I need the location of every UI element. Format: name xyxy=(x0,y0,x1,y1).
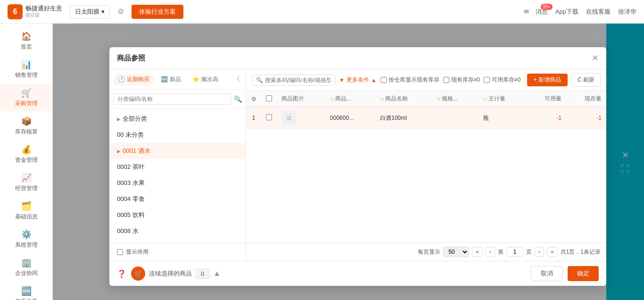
purchase-icon: 🛒 xyxy=(21,88,32,98)
first-page-button[interactable]: « xyxy=(472,247,483,257)
sidebar-item-purchase[interactable]: 🛒 采购管理 xyxy=(0,84,52,111)
prev-page-button[interactable]: ‹ xyxy=(486,247,495,257)
category-search-input[interactable] xyxy=(113,93,231,105)
operation-icon: 📈 xyxy=(21,173,32,183)
cat-item-0005[interactable]: 0005 饮料 xyxy=(109,207,246,223)
sort-icon: ↑↓ xyxy=(330,97,334,101)
sidebar-label-basic: 基础信息 xyxy=(15,213,38,221)
toolbar: 🔍 ▼ 更多条件 ▲ 按仓库显示现有库存 xyxy=(246,69,606,91)
online-service-link[interactable]: 在线客服 xyxy=(586,8,611,16)
app-download-link[interactable]: App下载 xyxy=(555,8,578,16)
cat-item-00[interactable]: 00 未分类 xyxy=(109,127,246,143)
th-settings[interactable]: ⚙ xyxy=(246,91,261,107)
cat-item-0010[interactable]: 0010 家电 xyxy=(109,239,246,243)
confirm-button[interactable]: 确定 xyxy=(568,266,599,281)
row-name: 白酒100ml xyxy=(375,107,432,129)
available-checkbox[interactable] xyxy=(484,77,490,83)
sidebar-label-purchase: 采购管理 xyxy=(15,100,38,108)
category-search-icon[interactable]: 🔍 xyxy=(234,95,242,103)
cat-item-0003[interactable]: 0003 水果 xyxy=(109,175,246,191)
sidebar: 🏠 首页 📊 销售管理 🛒 采购管理 📦 库存核算 💰 资金管理 📈 经营管理 … xyxy=(0,24,53,300)
page-size-select[interactable]: 50 20 100 xyxy=(443,247,469,257)
collapse-panel-button[interactable]: 《 xyxy=(231,73,242,85)
arrow-icon: ▶ xyxy=(117,117,121,122)
available-filter[interactable]: 可用库存≠0 xyxy=(484,76,520,84)
th-image: 商品图片 xyxy=(277,91,325,107)
trial-button[interactable]: 体验行业方案 xyxy=(132,5,183,19)
page-content: 查询 设置 ✕ ⛶ 商品参照 ✕ 🕐 xyxy=(53,24,644,300)
show-disabled-checkbox[interactable] xyxy=(117,249,123,255)
tab-recent[interactable]: 🕐 近期购买 xyxy=(113,74,154,85)
search-icon: 🔍 xyxy=(256,77,263,83)
last-page-button[interactable]: » xyxy=(547,247,558,257)
sidebar-item-sales[interactable]: 📊 销售管理 xyxy=(0,56,52,83)
th-checkbox[interactable] xyxy=(261,91,277,107)
cat-item-0001[interactable]: ▶ 0001 酒水 xyxy=(109,143,246,159)
cat-item-0002[interactable]: 0002 茶叶 xyxy=(109,159,246,175)
product-reference-dialog: 商品参照 ✕ 🕐 近期购买 🆕 新品 xyxy=(109,47,606,286)
page-prefix: 第 xyxy=(498,248,504,256)
show-disabled-label: 显示停用 xyxy=(126,248,149,256)
th-code[interactable]: ↑↓ 商品... xyxy=(325,91,375,107)
sidebar-item-operation[interactable]: 📈 经营管理 xyxy=(0,169,52,196)
dialog-title: 商品参照 xyxy=(117,54,145,63)
cart-collapse-button[interactable]: ▲ xyxy=(213,269,221,278)
table-row[interactable]: 1 🖼 000600... 白酒100ml xyxy=(246,107,606,129)
sidebar-item-inventory[interactable]: 📦 库存核算 xyxy=(0,112,52,140)
cat-item-all[interactable]: ▶ 全部分类 xyxy=(109,111,246,127)
page-number-input[interactable] xyxy=(506,247,523,257)
search-input[interactable] xyxy=(265,77,331,83)
th-stock: 现存量 xyxy=(566,91,606,107)
dialog-close-button[interactable]: ✕ xyxy=(592,53,599,63)
inventory-icon: 📦 xyxy=(21,116,32,126)
guide-icon: 🆕 xyxy=(21,286,32,296)
sidebar-item-guide[interactable]: 🆕 新手引导 xyxy=(0,282,52,300)
chevron-up-icon: ▲ xyxy=(371,77,377,83)
category-search: 🔍 xyxy=(109,90,246,109)
sidebar-item-home[interactable]: 🏠 首页 xyxy=(0,27,52,55)
refresh-button[interactable]: C 刷新 xyxy=(571,73,601,87)
existing-checkbox[interactable] xyxy=(443,77,449,83)
logo-name: 畅捷通好生意 xyxy=(25,5,62,12)
existing-filter[interactable]: 现有库存≠0 xyxy=(443,76,480,84)
continuous-select-label: 连续选择的商品 xyxy=(149,269,192,278)
cat-item-0008[interactable]: 0008 水 xyxy=(109,223,246,239)
tab-frequent[interactable]: ⭐ 频次高 xyxy=(188,74,223,85)
th-name[interactable]: ↑↓ 商品名称 xyxy=(375,91,432,107)
messages-area[interactable]: ✉ 99+ 消息 xyxy=(524,8,548,16)
next-page-button[interactable]: › xyxy=(535,247,544,257)
cart-icon[interactable]: 🛒 xyxy=(131,267,145,281)
page-size-label: 每页显示 xyxy=(418,248,440,256)
enterprise-icon: 🏢 xyxy=(21,258,32,268)
product-thumbnail: 🖼 xyxy=(281,110,297,125)
tab-new[interactable]: 🆕 新品 xyxy=(156,74,186,85)
main-layout: 🏠 首页 📊 销售管理 🛒 采购管理 📦 库存核算 💰 资金管理 📈 经营管理 … xyxy=(0,24,644,300)
help-icon[interactable]: ❓ xyxy=(117,269,126,278)
select-all-checkbox[interactable] xyxy=(266,95,272,101)
arrow-right-icon: ▶ xyxy=(117,149,121,154)
sidebar-label-guide: 新手引导 xyxy=(15,298,38,300)
sidebar-label-operation: 经营管理 xyxy=(15,184,38,192)
row-checkbox[interactable] xyxy=(261,107,277,129)
product-table-wrap: ⚙ 商品图片 ↑↓ xyxy=(246,91,606,242)
cancel-button[interactable]: 取消 xyxy=(531,266,563,281)
sidebar-item-system[interactable]: ⚙️ 系统管理 xyxy=(0,225,52,253)
warehouse-checkbox[interactable] xyxy=(380,77,387,83)
row-code: 000600... xyxy=(325,107,375,129)
gear-icon[interactable]: ⚙ xyxy=(117,7,124,16)
cat-item-0004[interactable]: 0004 零食 xyxy=(109,191,246,207)
sidebar-item-enterprise[interactable]: 🏢 企业协同 xyxy=(0,254,52,281)
sidebar-item-finance[interactable]: 💰 资金管理 xyxy=(0,141,52,168)
sidebar-item-basic[interactable]: 🗂️ 基础信息 xyxy=(0,197,52,225)
nav-selector[interactable]: 日太阳膜 ▾ xyxy=(70,5,110,18)
finance-icon: 💰 xyxy=(21,144,32,155)
add-product-button[interactable]: + 新增商品 xyxy=(527,74,568,86)
chevron-down-icon: ▾ xyxy=(101,8,105,15)
filter-button[interactable]: ▼ 更多条件 ▲ xyxy=(339,76,377,84)
category-list: ▶ 全部分类 00 未分类 ▶ 0001 酒水 0002 茶叶 xyxy=(109,109,246,243)
th-spec[interactable]: ↑↓ 规格... xyxy=(432,91,479,107)
category-panel: 🕐 近期购买 🆕 新品 ⭐ 频次高 《 xyxy=(109,69,246,261)
warehouse-filter[interactable]: 按仓库显示现有库存 xyxy=(380,76,439,84)
th-unit[interactable]: ↑↓ 主计量 xyxy=(479,91,527,107)
category-footer: 显示停用 xyxy=(109,243,246,261)
